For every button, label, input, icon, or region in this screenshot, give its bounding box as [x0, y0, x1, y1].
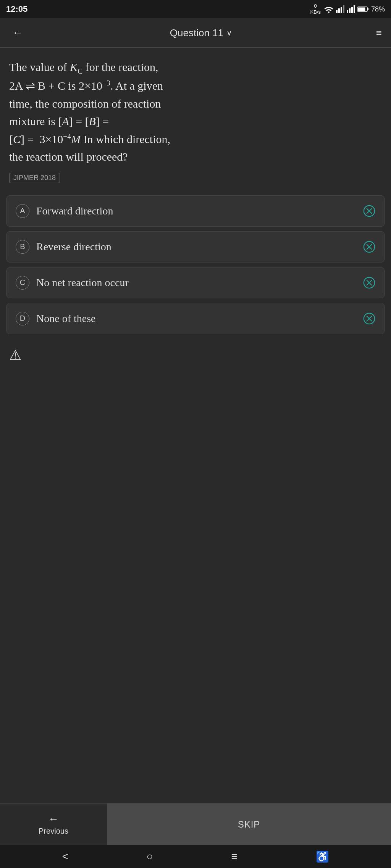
option-a-left: A Forward direction	[16, 204, 113, 218]
option-b-letter: B	[16, 240, 29, 254]
bottom-nav: ← Previous SKIP	[0, 803, 391, 845]
option-c-letter: C	[16, 276, 29, 290]
option-c[interactable]: C No net reaction occur	[6, 267, 385, 298]
option-d-text: None of these	[36, 312, 96, 325]
svg-rect-10	[367, 8, 368, 10]
svg-rect-3	[341, 7, 342, 13]
nav-menu-button[interactable]: ≡	[376, 27, 382, 39]
source-tag: JIPMER 2018	[9, 166, 382, 183]
svg-rect-7	[351, 7, 353, 13]
svg-rect-2	[338, 8, 340, 13]
svg-rect-6	[349, 8, 351, 13]
battery-icon	[357, 6, 369, 12]
option-d[interactable]: D None of these	[6, 303, 385, 334]
option-d-letter: D	[16, 312, 29, 325]
option-c-text: No net reaction occur	[36, 277, 129, 289]
option-b-cancel-icon	[363, 241, 375, 253]
question-text: The value of KC for the reaction, 2A ⇌ B…	[9, 58, 382, 166]
previous-button[interactable]: ← Previous	[0, 804, 107, 845]
option-c-left: C No net reaction occur	[16, 276, 129, 290]
svg-rect-8	[354, 5, 355, 13]
option-d-left: D None of these	[16, 312, 96, 325]
skip-button[interactable]: SKIP	[107, 804, 391, 845]
signal-icon-2	[347, 5, 355, 13]
option-b[interactable]: B Reverse direction	[6, 231, 385, 262]
option-b-left: B Reverse direction	[16, 240, 111, 254]
svg-rect-4	[343, 5, 344, 13]
status-right: 0 KB/s	[310, 3, 385, 15]
question-area: The value of KC for the reaction, 2A ⇌ B…	[0, 48, 391, 189]
sys-home-button[interactable]: ○	[147, 850, 153, 863]
option-a-text: Forward direction	[36, 205, 113, 217]
svg-rect-5	[347, 10, 348, 13]
status-kb-left: 0 KB/s	[310, 3, 321, 15]
wifi-icon	[324, 5, 334, 13]
option-c-cancel-icon	[363, 277, 375, 289]
nav-title-area: Question 11 ∨	[170, 27, 232, 39]
signal-icon	[336, 5, 344, 13]
prev-label: Previous	[39, 827, 68, 836]
status-time: 12:05	[6, 4, 27, 14]
nav-title-text: Question 11	[170, 27, 223, 39]
status-bar: 12:05 0 KB/s	[0, 0, 391, 18]
warning-area: ⚠	[0, 340, 391, 370]
nav-chevron-icon[interactable]: ∨	[226, 28, 232, 37]
status-icons: 78%	[324, 5, 385, 13]
svg-rect-1	[336, 10, 338, 13]
sys-accessibility-button[interactable]: ♿	[316, 850, 329, 863]
option-a[interactable]: A Forward direction	[6, 195, 385, 227]
prev-arrow-icon: ←	[48, 813, 59, 825]
kc-symbol: KC	[70, 61, 82, 73]
option-d-cancel-icon	[363, 312, 375, 325]
sys-back-button[interactable]: <	[62, 850, 68, 863]
spacer	[0, 370, 391, 523]
option-b-text: Reverse direction	[36, 241, 111, 253]
options-area: A Forward direction B Reverse direction …	[0, 189, 391, 340]
system-nav: < ○ ≡ ♿	[0, 845, 391, 868]
svg-point-0	[328, 11, 330, 13]
warning-icon: ⚠	[9, 348, 21, 363]
top-nav: ← Question 11 ∨ ≡	[0, 18, 391, 48]
nav-back-button[interactable]: ←	[9, 25, 26, 40]
sys-menu-button[interactable]: ≡	[231, 850, 237, 863]
option-a-cancel-icon	[363, 205, 375, 217]
option-a-letter: A	[16, 204, 29, 218]
svg-rect-11	[358, 8, 365, 11]
battery-percent: 78%	[371, 5, 385, 13]
